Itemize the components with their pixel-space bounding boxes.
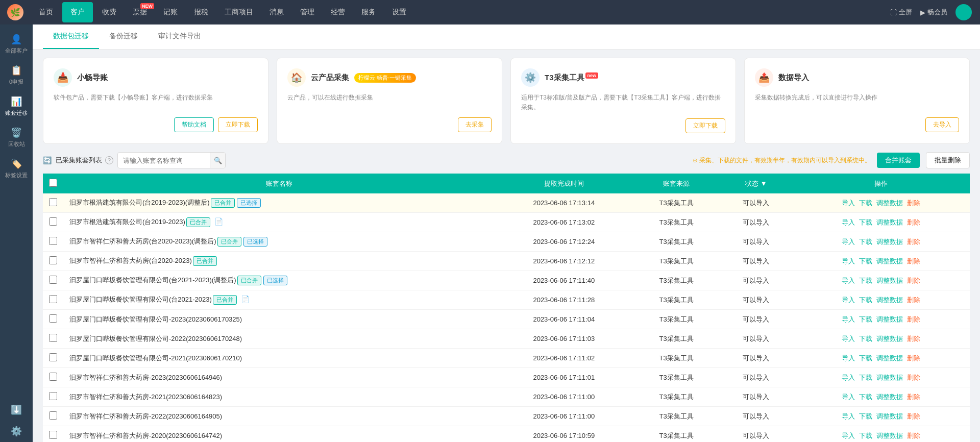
sidebar-item-all-clients[interactable]: 👤 全部客户 xyxy=(0,29,33,60)
action-导入[interactable]: 导入 xyxy=(840,335,857,342)
action-导入[interactable]: 导入 xyxy=(840,374,857,381)
action-删除[interactable]: 删除 xyxy=(905,296,922,304)
action-调整数据[interactable]: 调整数据 xyxy=(874,199,905,207)
row-checkbox[interactable] xyxy=(49,237,57,245)
action-删除[interactable]: 删除 xyxy=(905,432,922,439)
search-button[interactable]: 🔍 xyxy=(210,153,225,168)
go-collect-button[interactable]: 去采集 xyxy=(458,117,492,132)
nav-operation[interactable]: 经营 xyxy=(323,0,353,24)
nav-invoice[interactable]: 票据NEW xyxy=(125,0,155,24)
action-导入[interactable]: 导入 xyxy=(840,432,857,439)
action-下载[interactable]: 下载 xyxy=(857,238,874,245)
action-调整数据[interactable]: 调整数据 xyxy=(874,315,905,323)
action-删除[interactable]: 删除 xyxy=(905,412,922,420)
action-调整数据[interactable]: 调整数据 xyxy=(874,374,905,381)
row-checkbox[interactable] xyxy=(49,431,57,439)
action-导入[interactable]: 导入 xyxy=(840,277,857,284)
nav-service[interactable]: 服务 xyxy=(353,0,384,24)
action-下载[interactable]: 下载 xyxy=(857,277,874,284)
row-checkbox[interactable] xyxy=(49,217,57,226)
nav-manage[interactable]: 管理 xyxy=(292,0,323,24)
tab-backup-migration[interactable]: 备份迁移 xyxy=(99,24,148,49)
sidebar-item-tag-settings[interactable]: 🏷️ 标签设置 xyxy=(0,153,33,184)
action-下载[interactable]: 下载 xyxy=(857,218,874,226)
tab-data-package-migration[interactable]: 数据包迁移 xyxy=(43,24,99,49)
tab-audit-export[interactable]: 审计文件导出 xyxy=(148,24,211,49)
sidebar-item-account[interactable]: ⚙️ xyxy=(0,421,33,442)
action-调整数据[interactable]: 调整数据 xyxy=(874,238,905,245)
row-checkbox[interactable] xyxy=(49,353,57,361)
action-删除[interactable]: 删除 xyxy=(905,218,922,226)
action-下载[interactable]: 下载 xyxy=(857,412,874,420)
action-导入[interactable]: 导入 xyxy=(840,393,857,401)
action-调整数据[interactable]: 调整数据 xyxy=(874,296,905,304)
action-调整数据[interactable]: 调整数据 xyxy=(874,432,905,439)
action-删除[interactable]: 删除 xyxy=(905,354,922,362)
action-导入[interactable]: 导入 xyxy=(840,412,857,420)
t3-download-button[interactable]: 立即下载 xyxy=(685,118,725,133)
sidebar-item-account-migration[interactable]: 📊 账套迁移 xyxy=(0,91,33,122)
nav-business[interactable]: 工商项目 xyxy=(216,0,261,24)
action-导入[interactable]: 导入 xyxy=(840,218,857,226)
action-导入[interactable]: 导入 xyxy=(840,257,857,265)
sidebar-item-zero-declaration[interactable]: 📋 0申报 xyxy=(0,60,33,91)
action-删除[interactable]: 删除 xyxy=(905,199,922,207)
action-删除[interactable]: 删除 xyxy=(905,374,922,381)
merge-account-button[interactable]: 合并账套 xyxy=(877,153,920,168)
member-button[interactable]: ▶ 畅会员 xyxy=(920,8,947,17)
app-logo[interactable]: 🌿 xyxy=(0,0,31,24)
action-调整数据[interactable]: 调整数据 xyxy=(874,354,905,362)
help-doc-button[interactable]: 帮助文档 xyxy=(174,117,214,132)
refresh-icon[interactable]: 🔄 xyxy=(43,156,52,164)
action-下载[interactable]: 下载 xyxy=(857,296,874,304)
nav-fee[interactable]: 收费 xyxy=(94,0,125,24)
fullscreen-button[interactable]: ⛶ 全屏 xyxy=(890,8,912,17)
action-删除[interactable]: 删除 xyxy=(905,393,922,401)
row-checkbox[interactable] xyxy=(49,198,57,206)
row-checkbox[interactable] xyxy=(49,373,57,381)
action-下载[interactable]: 下载 xyxy=(857,393,874,401)
nav-home[interactable]: 首页 xyxy=(31,0,61,24)
action-删除[interactable]: 删除 xyxy=(905,238,922,245)
action-下载[interactable]: 下载 xyxy=(857,432,874,439)
nav-tax[interactable]: 报税 xyxy=(186,0,216,24)
action-调整数据[interactable]: 调整数据 xyxy=(874,277,905,284)
action-调整数据[interactable]: 调整数据 xyxy=(874,257,905,265)
action-导入[interactable]: 导入 xyxy=(840,296,857,304)
action-删除[interactable]: 删除 xyxy=(905,335,922,342)
action-调整数据[interactable]: 调整数据 xyxy=(874,393,905,401)
download-now-button[interactable]: 立即下载 xyxy=(218,117,258,132)
action-导入[interactable]: 导入 xyxy=(840,238,857,245)
select-all-checkbox[interactable] xyxy=(49,179,57,187)
go-import-button[interactable]: 去导入 xyxy=(925,117,959,132)
action-下载[interactable]: 下载 xyxy=(857,374,874,381)
action-删除[interactable]: 删除 xyxy=(905,257,922,265)
sidebar-item-download[interactable]: ⬇️ xyxy=(0,399,33,421)
action-调整数据[interactable]: 调整数据 xyxy=(874,218,905,226)
action-调整数据[interactable]: 调整数据 xyxy=(874,335,905,342)
row-checkbox[interactable] xyxy=(49,295,57,303)
nav-client[interactable]: 客户 xyxy=(62,2,93,22)
info-icon[interactable]: ? xyxy=(105,156,113,164)
column-status[interactable]: 状态 ▼ xyxy=(720,174,792,193)
action-下载[interactable]: 下载 xyxy=(857,199,874,207)
row-checkbox[interactable] xyxy=(49,256,57,264)
row-checkbox[interactable] xyxy=(49,314,57,323)
row-checkbox[interactable] xyxy=(49,392,57,400)
row-checkbox[interactable] xyxy=(49,334,57,342)
batch-delete-button[interactable]: 批量删除 xyxy=(926,152,970,168)
sidebar-item-recycle[interactable]: 🗑️ 回收站 xyxy=(0,122,33,153)
nav-bookkeeping[interactable]: 记账 xyxy=(155,0,186,24)
action-下载[interactable]: 下载 xyxy=(857,315,874,323)
row-checkbox[interactable] xyxy=(49,411,57,420)
file-icon[interactable]: 📄 xyxy=(241,295,250,303)
action-下载[interactable]: 下载 xyxy=(857,335,874,342)
action-删除[interactable]: 删除 xyxy=(905,315,922,323)
action-下载[interactable]: 下载 xyxy=(857,257,874,265)
nav-message[interactable]: 消息 xyxy=(261,0,292,24)
action-导入[interactable]: 导入 xyxy=(840,354,857,362)
action-下载[interactable]: 下载 xyxy=(857,354,874,362)
action-导入[interactable]: 导入 xyxy=(840,199,857,207)
action-导入[interactable]: 导入 xyxy=(840,315,857,323)
nav-setting[interactable]: 设置 xyxy=(384,0,414,24)
